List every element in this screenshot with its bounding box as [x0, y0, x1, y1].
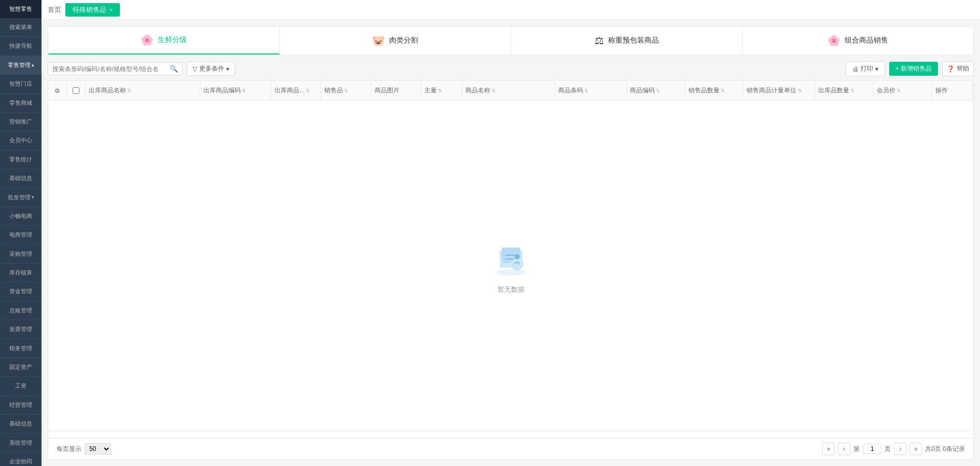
- wholesale-arrow-icon: ▾: [32, 194, 34, 201]
- sidebar-item-tax[interactable]: 税务管理: [0, 339, 42, 358]
- sort-icon[interactable]: ⇅: [797, 88, 802, 93]
- table-body: 暂无数据: [48, 101, 973, 431]
- sidebar-item-marketing[interactable]: 营销推广: [0, 113, 42, 131]
- sidebar-item-quicknav[interactable]: 快捷导航: [0, 37, 42, 56]
- topbar-tab-label: 特殊销售品: [73, 5, 106, 15]
- sidebar: 智慧零售 搜索菜单 快捷导航 零售管理 ▴ 智慧门店 零售商城 营销推广 会员中…: [0, 0, 42, 466]
- filter-button[interactable]: ▽ 更多条件 ▾: [187, 62, 235, 76]
- sidebar-item-search[interactable]: 搜索菜单: [0, 18, 42, 37]
- col-outname: 出库商品名称 ⇅: [86, 82, 200, 99]
- category-tabs: 🌸 生鲜分级 🐷 肉类分割 ⚖ 称重预包装商品 🌸 组合商品销售: [48, 26, 974, 55]
- sidebar-item-basic-info-1[interactable]: 基础信息: [0, 169, 42, 188]
- sidebar-item-retail[interactable]: 零售管理 ▴: [0, 56, 42, 75]
- pagination-right: « ‹ 第 页 › » 共0页 0条记录: [822, 443, 965, 455]
- sort-icon[interactable]: ⇅: [896, 88, 901, 93]
- total-text: 共0页 0条记录: [925, 445, 965, 454]
- table-header: ⚙ 出库商品名称 ⇅ 出库商品编码 ⇅ 出库商品... ⇅ 销售品: [48, 81, 973, 101]
- sort-icon[interactable]: ⇅: [656, 88, 660, 93]
- sidebar-logo: 智慧零售: [0, 0, 42, 18]
- sidebar-item-smart-store[interactable]: 智慧门店: [0, 75, 42, 93]
- page-num-label: 第: [853, 445, 860, 454]
- next-page-button[interactable]: ›: [894, 443, 906, 455]
- sidebar-item-retail-stats[interactable]: 零售统计: [0, 150, 42, 169]
- weighed-icon: ⚖: [595, 34, 604, 47]
- sort-icon[interactable]: ⇅: [344, 88, 348, 93]
- cat-tab-fresh-label: 生鲜分级: [158, 35, 187, 45]
- col-saleqty: 销售品数量 ⇅: [685, 82, 744, 99]
- sort-icon[interactable]: ⇅: [242, 88, 246, 93]
- sidebar-item-business-mgmt[interactable]: 经营管理: [0, 396, 42, 415]
- filter-arrow-icon: ▾: [226, 65, 229, 73]
- cat-tab-fresh[interactable]: 🌸 生鲜分级: [48, 26, 280, 54]
- search-box[interactable]: 🔍: [48, 62, 183, 75]
- prev-page-button[interactable]: ‹: [838, 443, 850, 455]
- sidebar-item-inventory[interactable]: 库存核算: [0, 264, 42, 282]
- horizontal-scrollbar[interactable]: [48, 431, 973, 438]
- col-check[interactable]: [67, 83, 86, 98]
- sort-icon[interactable]: ⇅: [584, 88, 588, 93]
- sidebar-item-finance[interactable]: 资金管理: [0, 282, 42, 301]
- sidebar-item-ecommerce-small[interactable]: 小畅电商: [0, 207, 42, 226]
- print-arrow-icon: ▾: [875, 65, 878, 73]
- filter-icon: ▽: [192, 65, 197, 73]
- col-outcode: 出库商品编码 ⇅: [200, 82, 272, 99]
- cat-tab-meat[interactable]: 🐷 肉类分割: [280, 26, 511, 54]
- search-input[interactable]: [52, 65, 170, 73]
- page-size-select[interactable]: 50 10 20 100: [85, 443, 111, 455]
- col-weight: 主量 ⇅: [421, 82, 462, 99]
- sort-icon[interactable]: ⇅: [306, 88, 310, 93]
- retail-arrow-icon: ▴: [32, 62, 34, 68]
- sidebar-item-ledger[interactable]: 总账管理: [0, 301, 42, 320]
- sidebar-item-retail-mall[interactable]: 零售商城: [0, 94, 42, 113]
- sidebar-item-wholesale[interactable]: 批发管理 ▾: [0, 188, 42, 207]
- content-area: 🌸 生鲜分级 🐷 肉类分割 ⚖ 称重预包装商品 🌸 组合商品销售 🔍: [42, 20, 980, 466]
- empty-state: 暂无数据: [459, 206, 563, 325]
- sidebar-item-ecommerce-mgmt[interactable]: 电商管理: [0, 226, 42, 244]
- col-gear[interactable]: ⚙: [48, 83, 67, 99]
- pagination-left: 每页显示 50 10 20 100: [57, 443, 111, 455]
- sidebar-item-invoice[interactable]: 发票管理: [0, 320, 42, 339]
- main-area: 首页 特殊销售品 × 🌸 生鲜分级 🐷 肉类分割 ⚖ 称重预包装商品 🌸 组合商…: [42, 0, 980, 466]
- topbar-active-tab[interactable]: 特殊销售品 ×: [65, 3, 120, 17]
- empty-text: 暂无数据: [498, 285, 524, 294]
- select-all-checkbox[interactable]: [73, 87, 79, 94]
- toolbar-right: 🖨 打印 ▾ + 新增销售品 ❓ 帮助: [846, 61, 974, 76]
- print-button[interactable]: 🖨 打印 ▾: [846, 61, 885, 76]
- sort-icon[interactable]: ⇅: [850, 88, 854, 93]
- sidebar-item-basic-info-2[interactable]: 基础信息: [0, 415, 42, 433]
- search-icon[interactable]: 🔍: [170, 65, 178, 73]
- sort-icon[interactable]: ⇅: [491, 88, 495, 93]
- sidebar-item-payroll[interactable]: 工资: [0, 377, 42, 395]
- page-size-label: 每页显示: [57, 445, 81, 454]
- cat-tab-meat-label: 肉类分割: [389, 36, 418, 45]
- last-page-button[interactable]: »: [909, 443, 922, 455]
- topbar-home-link[interactable]: 首页: [48, 5, 61, 15]
- close-tab-icon[interactable]: ×: [109, 7, 113, 13]
- cat-tab-combo[interactable]: 🌸 组合商品销售: [742, 26, 973, 54]
- empty-illustration: [490, 237, 532, 279]
- sort-icon[interactable]: ⇅: [127, 88, 131, 93]
- print-label: 打印: [861, 64, 873, 73]
- sidebar-item-collab[interactable]: 企业协同: [0, 453, 42, 466]
- sidebar-item-system[interactable]: 系统管理: [0, 434, 42, 453]
- col-memberprice: 会员价 ⇅: [874, 82, 932, 99]
- cat-tab-weighed[interactable]: ⚖ 称重预包装商品: [511, 26, 742, 54]
- sort-icon[interactable]: ⇅: [438, 88, 442, 93]
- topbar: 首页 特殊销售品 ×: [42, 0, 980, 20]
- page-label: 页: [885, 445, 891, 454]
- first-page-button[interactable]: «: [822, 443, 835, 455]
- sidebar-item-member[interactable]: 会员中心: [0, 131, 42, 150]
- col-outqty: 出库品数量 ⇅: [815, 82, 874, 99]
- data-table: ⚙ 出库商品名称 ⇅ 出库商品编码 ⇅ 出库商品... ⇅ 销售品: [48, 80, 974, 460]
- fresh-icon: 🌸: [141, 34, 154, 46]
- current-page-input[interactable]: [863, 444, 881, 454]
- sidebar-item-fixed-assets[interactable]: 固定资产: [0, 358, 42, 377]
- help-button[interactable]: ❓ 帮助: [942, 61, 974, 76]
- help-icon: ❓: [947, 65, 955, 73]
- sort-icon[interactable]: ⇅: [721, 88, 725, 93]
- meat-icon: 🐷: [372, 34, 385, 47]
- add-button[interactable]: + 新增销售品: [889, 62, 938, 76]
- sidebar-item-purchase[interactable]: 采购管理: [0, 245, 42, 264]
- col-image: 商品图片: [371, 82, 421, 99]
- cat-tab-weighed-label: 称重预包装商品: [608, 36, 659, 45]
